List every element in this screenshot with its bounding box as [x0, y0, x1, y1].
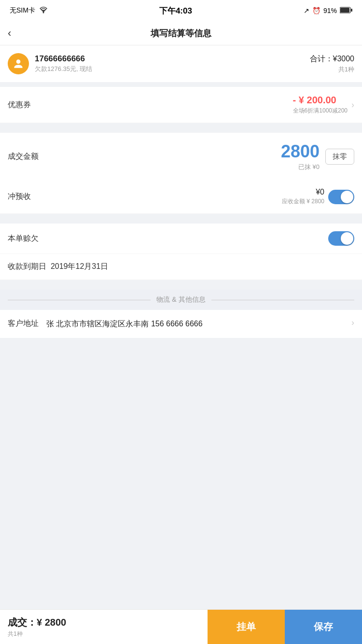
coupon-row[interactable]: 优惠券 - ¥ 200.00 全场6折满1000减200 ›: [0, 87, 362, 123]
bottom-summary-main: 成交：¥ 2800: [8, 616, 200, 629]
debt-card: 本单赊欠 收款到期日 2019年12月31日: [0, 224, 362, 280]
coupon-label: 优惠券: [8, 100, 31, 110]
prepayment-row: 冲预收 ¥0 应收金额 ¥ 2800: [0, 180, 362, 214]
save-button[interactable]: 保存: [285, 610, 362, 644]
divider-line-right: [211, 300, 354, 300]
bottom-summary: 成交：¥ 2800 共1种: [0, 616, 208, 638]
debt-label: 本单赊欠: [8, 234, 39, 244]
due-date-row: 收款到期日 2019年12月31日: [0, 254, 362, 280]
gray-area: [0, 343, 362, 401]
total-count: 共1种: [310, 65, 355, 74]
coupon-card: 优惠券 - ¥ 200.00 全场6折满1000减200 ›: [0, 87, 362, 123]
divider-text: 物流 & 其他信息: [156, 295, 205, 304]
round-zero-button[interactable]: 抹零: [325, 149, 354, 165]
status-right: ↗ ⏰ 91%: [304, 7, 352, 15]
svg-point-4: [16, 59, 21, 64]
prepayment-label: 冲预收: [8, 192, 31, 202]
address-label: 客户地址: [8, 318, 39, 329]
section-sep-2: [0, 219, 362, 224]
hang-button[interactable]: 挂单: [208, 610, 285, 644]
deal-amount-right: 2800 已抹 ¥0 抹零: [281, 141, 354, 171]
svg-rect-3: [351, 9, 352, 12]
deal-amount-card: 成交金额 2800 已抹 ¥0 抹零 冲预收 ¥0 应收金额 ¥ 2800: [0, 133, 362, 214]
section-sep-3: [0, 285, 362, 290]
debt-row: 本单赊欠: [0, 224, 362, 254]
prepayment-right: ¥0 应收金额 ¥ 2800: [282, 188, 354, 206]
bottom-bar: 成交：¥ 2800 共1种 挂单 保存: [0, 609, 362, 644]
content: 17666666666 欠款1276.35元, 现结 合计：¥3000 共1种 …: [0, 45, 362, 439]
svg-point-0: [42, 12, 44, 13]
customer-phone: 17666666666: [35, 54, 92, 64]
alarm-icon: ⏰: [312, 7, 320, 14]
coupon-chevron: ›: [351, 100, 354, 110]
address-row[interactable]: 客户地址 张 北京市市辖区海淀区永丰南 156 6666 6666 ›: [0, 310, 362, 338]
deal-amount-label: 成交金额: [8, 152, 39, 162]
deal-sub: 已抹 ¥0: [281, 163, 320, 171]
sim-status: 无SIM卡: [10, 6, 35, 15]
avatar: [8, 53, 29, 74]
address-chevron: ›: [351, 318, 354, 328]
address-card: 客户地址 张 北京市市辖区海淀区永丰南 156 6666 6666 ›: [0, 310, 362, 338]
section-sep-1: [0, 128, 362, 133]
battery-level: 91%: [323, 7, 337, 14]
nav-bar: ‹ 填写结算等信息: [0, 21, 362, 45]
total-amount: 合计：¥3000: [310, 54, 355, 64]
deal-amount-row: 成交金额 2800 已抹 ¥0 抹零: [0, 133, 362, 180]
status-time: 下午4:03: [159, 5, 192, 16]
debt-toggle-knob: [341, 232, 353, 245]
coupon-right: - ¥ 200.00 全场6折满1000减200 ›: [293, 95, 354, 115]
coupon-value: - ¥ 200.00 全场6折满1000减200: [293, 95, 348, 115]
customer-left: 17666666666 欠款1276.35元, 现结: [8, 53, 92, 74]
customer-right: 合计：¥3000 共1种: [310, 54, 355, 74]
prepayment-toggle[interactable]: [328, 190, 354, 204]
battery-icon: [340, 7, 352, 15]
due-date-label: 收款到期日 2019年12月31日: [8, 262, 108, 272]
section-divider: 物流 & 其他信息: [0, 290, 362, 310]
debt-right: [328, 231, 354, 246]
svg-rect-2: [340, 8, 349, 13]
page-title: 填写结算等信息: [151, 28, 211, 39]
customer-info: 17666666666 欠款1276.35元, 现结: [35, 54, 92, 73]
customer-sub: 欠款1276.35元, 现结: [35, 65, 92, 73]
prepayment-value-group: ¥0 应收金额 ¥ 2800: [282, 188, 324, 206]
address-value: 张 北京市市辖区海淀区永丰南 156 6666 6666: [46, 318, 351, 330]
back-button[interactable]: ‹: [8, 27, 11, 40]
deal-amount-info: 2800 已抹 ¥0: [281, 141, 320, 171]
debt-toggle[interactable]: [328, 231, 354, 246]
prepayment-sub: 应收金额 ¥ 2800: [282, 197, 324, 206]
status-left: 无SIM卡: [10, 6, 48, 15]
divider-line-left: [8, 300, 151, 300]
location-icon: ↗: [304, 7, 309, 14]
wifi-icon: [39, 7, 48, 15]
toggle-knob: [341, 191, 353, 203]
status-bar: 无SIM卡 下午4:03 ↗ ⏰ 91%: [0, 0, 362, 21]
bottom-summary-sub: 共1种: [8, 630, 200, 638]
customer-card: 17666666666 欠款1276.35元, 现结 合计：¥3000 共1种: [0, 45, 362, 82]
customer-row: 17666666666 欠款1276.35元, 现结 合计：¥3000 共1种: [0, 45, 362, 82]
